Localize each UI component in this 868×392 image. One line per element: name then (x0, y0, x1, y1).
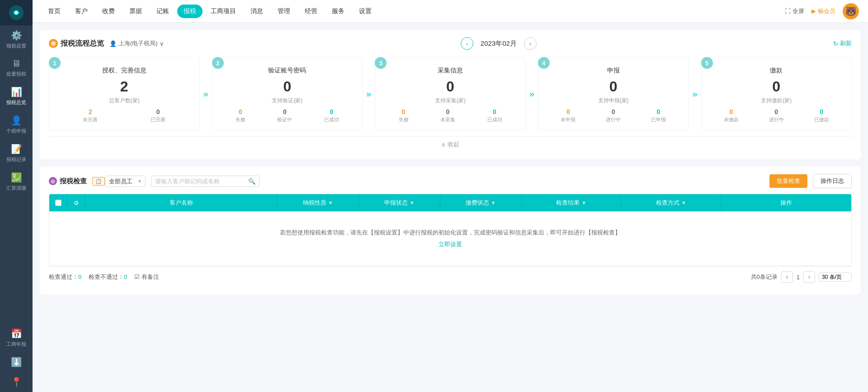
nav-manage[interactable]: 管理 (271, 5, 297, 18)
nav-operation[interactable]: 经营 (298, 5, 324, 18)
fullscreen-button[interactable]: ⛶ 全屏 (785, 7, 804, 15)
nav-home[interactable]: 首页 (42, 5, 67, 18)
step-1-stats: 2 未完善 0 已完善 (57, 108, 192, 123)
overview-icon: ⊕ (49, 39, 58, 48)
personal-tax-icon: 👤 (11, 115, 22, 126)
step-5-stat-1: 0 进行中 (769, 108, 784, 123)
th-tax-nature: 纳税性质 ▼ (278, 194, 359, 211)
batch-check-button[interactable]: 批量检查 (769, 174, 807, 188)
sidebar-item-business-annual[interactable]: 📅 工商年报 (0, 324, 33, 352)
month-prev-button[interactable]: ‹ (461, 37, 473, 50)
tax-records-icon: 📝 (11, 143, 22, 154)
th-action: 操作 (721, 194, 851, 211)
batch-tax-icon: 🖥 (12, 58, 21, 69)
page-next-button[interactable]: › (803, 271, 815, 283)
step-4-stats: 0 未申报 0 进行中 0 已申报 (546, 108, 681, 123)
download-icon: ⬇️ (11, 357, 22, 368)
step-3-card: 3 采集信息 0 支持采集(家) 0 失败 0 未采集 (375, 57, 526, 131)
search-input[interactable] (155, 178, 245, 185)
fail-count-link[interactable]: 0 (124, 273, 127, 280)
business-annual-icon: 📅 (11, 328, 22, 339)
step-4-card: 4 申报 0 支持申报(家) 0 未申报 0 进行中 (538, 57, 689, 131)
collapse-button[interactable]: ∧ 收起 (49, 136, 852, 152)
sidebar: ⚙️ 报税设置 🖥 批量报税 📊 报税总览 👤 个税申报 📝 报税记录 💹 汇算… (0, 0, 33, 392)
step-2-stat-0: 0 失败 (236, 108, 245, 123)
check-header: ◎ 报税检查 📋 全部员工 ▼ 🔍 批量检查 操作日志 (49, 174, 852, 188)
sidebar-item-batch-tax[interactable]: 🖥 批量报税 (0, 54, 33, 82)
collapse-up-icon: ∧ (441, 141, 446, 148)
vip-play-icon: ▶ (811, 8, 816, 14)
table-header: ⚙ 客户名称 纳税性质 ▼ 申报状态 ▼ 缴费状态 ▼ (49, 194, 851, 211)
step-5-stats: 0 未缴款 0 进行中 0 已缴款 (709, 108, 844, 123)
step-2-stat-2: 0 已成功 (324, 108, 339, 123)
arrow-4-5: » (689, 57, 701, 131)
operation-log-button[interactable]: 操作日志 (813, 174, 852, 188)
th-client-name: 客户名称 (85, 194, 278, 211)
sidebar-item-download[interactable]: ⬇️ (0, 352, 33, 372)
nav-items: 首页 客户 收费 票据 记账 报税 工商项目 消息 管理 经营 服务 设置 (42, 5, 785, 18)
pass-count-link[interactable]: 0 (78, 273, 81, 280)
result-filter-icon[interactable]: ▼ (581, 200, 586, 206)
nav-client[interactable]: 客户 (69, 5, 94, 18)
overview-header: ⊕ 报税流程总览 👤 上海(电子税局) ∨ ‹ 2023年02月 › ↻ 刷新 (49, 37, 852, 50)
step-2-number: 2 (212, 57, 224, 69)
location-chevron-icon: ∨ (160, 40, 164, 47)
step-3-stat-0: 0 失败 (399, 108, 409, 123)
nav-business[interactable]: 工商项目 (204, 5, 242, 18)
step-3-stat-1: 0 未采集 (440, 108, 455, 123)
step-4-stat-1: 0 进行中 (606, 108, 621, 123)
th-pay-status: 缴费状态 ▼ (440, 194, 522, 211)
top-nav-right: ⛶ 全屏 ▶ 畅会员 🐻 (785, 3, 859, 19)
tax-filter-icon[interactable]: ▼ (328, 200, 333, 206)
sidebar-item-personal-tax[interactable]: 👤 个税申报 (0, 110, 33, 139)
th-checkbox[interactable] (49, 194, 67, 211)
location-tag[interactable]: 👤 上海(电子税局) ∨ (109, 39, 164, 48)
report-filter-icon[interactable]: ▼ (410, 200, 415, 206)
refresh-icon: ↻ (833, 40, 838, 47)
nav-service[interactable]: 服务 (326, 5, 351, 18)
has-note-stat: ☑ 有备注 (134, 273, 159, 281)
nav-settings[interactable]: 设置 (353, 5, 378, 18)
main-area: 首页 客户 收费 票据 记账 报税 工商项目 消息 管理 经营 服务 设置 ⛶ … (33, 0, 868, 392)
arrow-3-4: » (526, 57, 538, 131)
page-prev-button[interactable]: ‹ (781, 271, 793, 283)
step-4-stat-2: 0 已申报 (651, 108, 666, 123)
arrow-1-2: » (200, 57, 212, 131)
step-5-stat-0: 0 未缴款 (724, 108, 739, 123)
clearance-icon: 💹 (11, 172, 22, 183)
content-area: ⊕ 报税流程总览 👤 上海(电子税局) ∨ ‹ 2023年02月 › ↻ 刷新 (33, 23, 868, 392)
search-icon[interactable]: 🔍 (248, 178, 255, 185)
per-page-select[interactable]: 30 条/页 (819, 272, 852, 282)
header-checkbox[interactable] (55, 200, 61, 206)
sidebar-item-tax-records[interactable]: 📝 报税记录 (0, 139, 33, 167)
table-footer: 检查通过：0 检查不通过：0 ☑ 有备注 共0条记录 ‹ 1 › 30 条/页 (49, 266, 852, 287)
nav-invoice[interactable]: 票据 (123, 5, 148, 18)
nav-tax[interactable]: 报税 (177, 5, 203, 18)
refresh-button[interactable]: ↻ 刷新 (833, 39, 852, 48)
nav-fee[interactable]: 收费 (96, 5, 121, 18)
fullscreen-icon: ⛶ (785, 8, 791, 14)
method-filter-icon[interactable]: ▼ (681, 200, 686, 206)
sidebar-item-location[interactable]: 📍 (0, 372, 33, 392)
step-3-stat-2: 0 已成功 (487, 108, 502, 123)
th-gear[interactable]: ⚙ (67, 194, 85, 211)
pay-filter-icon[interactable]: ▼ (491, 200, 496, 206)
month-next-button[interactable]: › (524, 37, 537, 50)
check-pass-stat: 检查通过：0 (49, 273, 81, 281)
sidebar-item-tax-overview[interactable]: 📊 报税总览 (0, 82, 33, 110)
setup-link[interactable]: 立即设置 (439, 239, 462, 250)
nav-message[interactable]: 消息 (244, 5, 269, 18)
avatar[interactable]: 🐻 (843, 3, 859, 19)
overview-card: ⊕ 报税流程总览 👤 上海(电子税局) ∨ ‹ 2023年02月 › ↻ 刷新 (40, 30, 861, 159)
check-fail-stat: 检查不通过：0 (89, 273, 127, 281)
nav-accounting[interactable]: 记账 (150, 5, 175, 18)
location-icon: 📍 (11, 377, 22, 387)
employee-filter[interactable]: 全部员工 (105, 176, 146, 187)
vip-button[interactable]: ▶ 畅会员 (811, 7, 835, 15)
step-1-stat-0: 2 未完善 (83, 108, 98, 123)
pagination: 共0条记录 ‹ 1 › 30 条/页 (751, 271, 852, 283)
app-logo[interactable] (0, 0, 33, 25)
step-1-card: 1 授权、完善信息 2 总客户数(家) 2 未完善 0 已完善 (49, 57, 200, 131)
sidebar-item-tax-settings[interactable]: ⚙️ 报税设置 (0, 25, 33, 54)
sidebar-item-clearance[interactable]: 💹 汇算清缴 (0, 167, 33, 196)
